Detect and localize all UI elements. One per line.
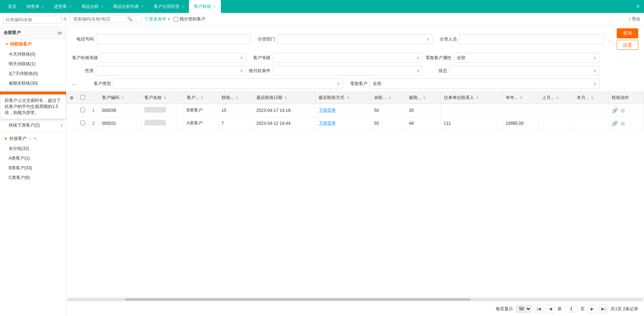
nav-sales[interactable]: 销售单 ×: [22, 0, 49, 13]
sort-last-date-icon[interactable]: ⇅: [284, 96, 287, 100]
filter-pay-condition: 收付款条件 ∨: [249, 66, 423, 76]
row1-link-icon[interactable]: 🔗: [612, 108, 618, 113]
sidebar-item-overdue[interactable]: 逾期未联络(30): [0, 79, 66, 88]
row1-grid-icon[interactable]: ⊞: [621, 108, 625, 113]
row2-name: [141, 117, 184, 130]
sort-contact-icon[interactable]: ⇅: [236, 96, 238, 100]
nav-analysis-list-close[interactable]: ×: [141, 4, 143, 9]
sidebar-item-class-a[interactable]: A类客户(1): [0, 154, 66, 163]
scrollbar-thumb[interactable]: [125, 298, 470, 301]
sort-type-icon[interactable]: ⇅: [201, 96, 204, 100]
settings-button[interactable]: 设置: [617, 40, 638, 50]
gender-select[interactable]: [96, 66, 246, 76]
action-buttons: 查询 设置: [617, 28, 638, 50]
nav-customer-tier[interactable]: 客户分层经营 ×: [149, 0, 189, 13]
sidebar-item-declining[interactable]: 持续下滑客户(2) ℹ: [0, 121, 66, 130]
sidebar-all-customers[interactable]: 全部客户 ≫: [0, 27, 66, 39]
row2-checkbox-cell: [77, 117, 88, 130]
sort-overdue-icon[interactable]: ⇅: [423, 96, 426, 100]
prev-page-btn[interactable]: ◀: [546, 305, 555, 313]
horizontal-scrollbar[interactable]: [66, 297, 644, 301]
row1-this-month: [574, 104, 608, 117]
last-page-btn[interactable]: ▶|: [599, 305, 608, 313]
next-page-btn[interactable]: ▶: [588, 305, 596, 313]
page-number-input[interactable]: [565, 305, 578, 312]
level-select[interactable]: [273, 53, 423, 63]
nav-analysis-close[interactable]: ×: [101, 4, 103, 9]
sort-last-method-icon[interactable]: ⇅: [347, 96, 349, 100]
sort-code-icon[interactable]: ⇅: [121, 96, 124, 100]
sidebar-search-input[interactable]: [3, 16, 62, 24]
sidebar-search-icon[interactable]: 🔍: [63, 17, 66, 22]
sort-last-month-icon[interactable]: ⇅: [556, 96, 559, 100]
nav-analysis[interactable]: 商品分析 ×: [77, 0, 108, 13]
nav-analysis-list[interactable]: 商品分析列表 ×: [108, 0, 148, 13]
row1-index: 1: [88, 104, 99, 117]
retail-attr-wrap: 全部 ∨: [454, 53, 599, 63]
sort-this-month-icon[interactable]: ⇅: [591, 96, 594, 100]
more-conditions-btn[interactable]: ▽ 更多条件 ∧: [145, 16, 171, 22]
level-label: 客户等级: [249, 55, 270, 61]
filter-retail-attr: 零散客户属性 全部 ∨: [426, 53, 599, 63]
nav-home[interactable]: 首页: [3, 0, 22, 13]
pay-condition-select[interactable]: [273, 66, 423, 76]
sidebar-item-7days[interactable]: 近7天待联络(0): [0, 69, 66, 79]
row2-link-icon[interactable]: 🔗: [612, 121, 618, 126]
main-search-icon[interactable]: 🔍: [127, 16, 133, 22]
my-customers-checkbox[interactable]: 我分管的客户: [173, 16, 205, 22]
phone-input[interactable]: [96, 34, 251, 44]
nav-home-label: 首页: [8, 4, 17, 10]
col-settings[interactable]: ⚙: [66, 92, 77, 104]
row1-last-method-link[interactable]: 下销货单: [319, 108, 336, 113]
sort-unit-contact-icon[interactable]: ⇅: [476, 96, 479, 100]
nav-purchase[interactable]: 进货单 ×: [49, 0, 76, 13]
sort-this-year-icon[interactable]: ⇅: [520, 96, 523, 100]
sidebar-item-class-b[interactable]: B类客户(33): [0, 163, 66, 173]
nav-customer-contact[interactable]: 客户联络 ×: [189, 0, 221, 13]
retail-customer-select[interactable]: 全部: [370, 79, 599, 89]
sidebar-item-today[interactable]: 今天待联络(0): [0, 49, 66, 59]
sort-name-icon[interactable]: ⇅: [163, 96, 166, 100]
value-customers-circle-icon[interactable]: ○: [29, 136, 31, 141]
row2-action-icons: 🔗 ⊞: [612, 121, 641, 126]
row1-checkbox[interactable]: [80, 108, 85, 112]
first-page-btn[interactable]: |◀: [534, 305, 543, 313]
top-nav: 首页 销售单 × 进货单 × 商品分析 × 商品分析列表 × 客户分层经营 × …: [0, 0, 644, 13]
price-level-select[interactable]: [100, 53, 246, 63]
col-last-month: 上月... ⇅: [539, 92, 574, 104]
sidebar-item-ungrouped[interactable]: 未分组(32): [0, 144, 66, 154]
nav-customer-contact-close[interactable]: ×: [213, 4, 216, 9]
dept-select[interactable]: [277, 34, 432, 44]
row2-grid-icon[interactable]: ⊞: [621, 121, 625, 126]
nav-customer-tier-close[interactable]: ×: [182, 4, 184, 9]
nav-purchase-close[interactable]: ×: [69, 4, 71, 9]
window-close-button[interactable]: ×: [636, 3, 640, 10]
row4-dots-btn[interactable]: ...: [72, 81, 76, 86]
select-all-checkbox[interactable]: [80, 95, 85, 100]
sidebar-item-class-c[interactable]: C类客户(6): [0, 173, 66, 183]
row2-checkbox[interactable]: [80, 121, 85, 125]
main-search-input[interactable]: [73, 16, 127, 22]
sidebar-item-tomorrow[interactable]: 明天待联络(1): [0, 59, 66, 69]
retail-attr-select[interactable]: 全部: [454, 53, 599, 63]
row2-type: A类客户: [184, 117, 218, 130]
customer-type-select[interactable]: [113, 79, 343, 89]
col-this-year: 本年... ⇅: [502, 92, 539, 104]
filter-status: 状态 ∨: [426, 66, 599, 76]
per-page-select[interactable]: 50: [516, 305, 532, 313]
person-dots-btn[interactable]: …: [607, 37, 614, 42]
query-button[interactable]: 查询: [617, 28, 638, 38]
nav-sales-close[interactable]: ×: [42, 4, 44, 9]
row2-last-method-link[interactable]: 下销货单: [319, 121, 336, 126]
sort-uncontacted-icon[interactable]: ⇅: [388, 96, 391, 100]
sidebar-group-pending-title[interactable]: ▼ 待联络客户: [0, 39, 66, 49]
sidebar-value-customers[interactable]: ▼ 价值客户 ○ ✎: [0, 133, 66, 144]
value-customers-edit-icon[interactable]: ✎: [33, 136, 37, 141]
row2-last-method: 下销货单: [316, 117, 371, 130]
export-button[interactable]: ↑ 导出: [629, 16, 640, 22]
row1-overdue: 35: [406, 104, 441, 117]
my-customers-check[interactable]: [173, 17, 178, 22]
person-input[interactable]: [459, 34, 604, 44]
sidebar-collapse-icon[interactable]: ≫: [57, 30, 62, 36]
status-select[interactable]: [449, 66, 599, 76]
